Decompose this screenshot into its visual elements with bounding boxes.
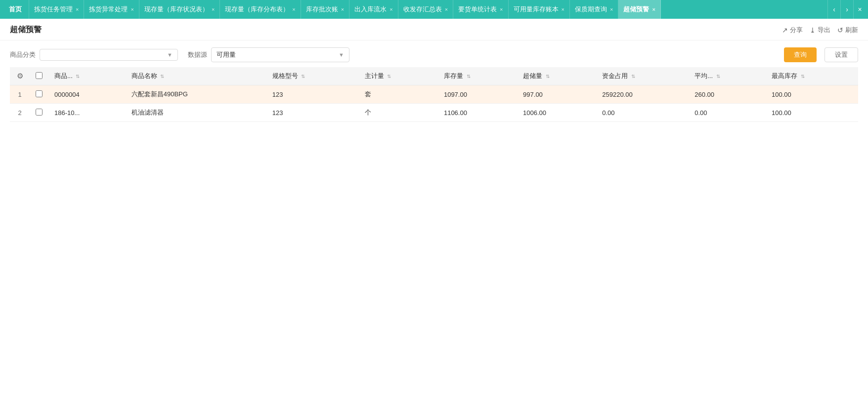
row-num-0: 1	[10, 85, 30, 104]
sort-icon-product-code: ⇅	[76, 74, 80, 79]
cell-max-stock-1: 100.00	[766, 104, 858, 122]
table-body: 1 0000004 六配套新昌490BPG 123 套 1097.00 997.…	[10, 85, 858, 122]
close-tab-9[interactable]: ×	[610, 6, 613, 12]
refresh-button[interactable]: ↺ 刷新	[837, 26, 858, 35]
filter-bar: 商品分类 ▼ 数据源 可用量 ▼ 查询 设置	[0, 40, 868, 67]
cell-product-name-1: 机油滤清器	[126, 104, 266, 122]
sort-icon-overstock: ⇅	[546, 74, 550, 79]
data-source-value: 可用量	[217, 50, 236, 59]
sort-icon-capital: ⇅	[631, 74, 635, 79]
table-row: 2 186-10... 机油滤清器 123 个 1106.00 1006.00 …	[10, 104, 858, 122]
data-table: ⚙ 商品... ⇅ 商品名称 ⇅ 规格型号 ⇅	[10, 67, 858, 122]
close-tab-1[interactable]: ×	[130, 6, 133, 12]
nav-bar: 首页 拣货任务管理 × 拣货异常处理 × 现存量（库存状况表） × 现存量（库存…	[0, 0, 868, 19]
export-button[interactable]: ⤓ 导出	[810, 26, 830, 35]
nav-tab-9[interactable]: 保质期查询 ×	[570, 0, 618, 19]
share-button[interactable]: ↗ 分享	[782, 26, 803, 35]
nav-tab-8[interactable]: 可用量库存账本 ×	[509, 0, 570, 19]
close-tab-8[interactable]: ×	[562, 6, 564, 12]
cell-max-stock-0: 100.00	[766, 85, 858, 104]
close-tab-4[interactable]: ×	[341, 6, 344, 12]
col-product-code-header[interactable]: 商品... ⇅	[48, 67, 126, 85]
page-content: 超储预警 ↗ 分享 ⤓ 导出 ↺ 刷新 商品分类 ▼ 数据源	[0, 19, 868, 395]
cell-spec-0: 123	[266, 85, 359, 104]
row-num-1: 2	[10, 104, 30, 122]
header-actions: ↗ 分享 ⤓ 导出 ↺ 刷新	[782, 26, 858, 35]
cell-spec-1: 123	[266, 104, 359, 122]
data-source-filter: 数据源 可用量 ▼	[188, 47, 349, 62]
sort-icon-stock: ⇅	[467, 74, 471, 79]
share-icon: ↗	[782, 26, 788, 34]
share-label: 分享	[790, 26, 803, 35]
close-tab-7[interactable]: ×	[500, 6, 503, 12]
sort-icon-unit: ⇅	[387, 74, 391, 79]
cell-avg-1: 0.00	[689, 104, 766, 122]
settings-button[interactable]: 设置	[825, 47, 858, 62]
data-source-label: 数据源	[188, 50, 207, 59]
col-overstock-header[interactable]: 超储量 ⇅	[517, 67, 596, 85]
row-select-1[interactable]	[36, 109, 43, 116]
query-button[interactable]: 查询	[784, 47, 817, 62]
nav-tab-3[interactable]: 现存量（库存分布表） ×	[220, 0, 301, 19]
select-all-checkbox[interactable]	[36, 72, 43, 79]
nav-tab-1[interactable]: 拣货异常处理 ×	[84, 0, 139, 19]
col-stock-header[interactable]: 库存量 ⇅	[438, 67, 517, 85]
row-checkbox-0	[30, 85, 48, 104]
close-tab-0[interactable]: ×	[76, 6, 79, 12]
sort-icon-product-name: ⇅	[160, 74, 164, 79]
nav-tab-4[interactable]: 库存批次账 ×	[301, 0, 349, 19]
nav-tab-2[interactable]: 现存量（库存状况表） ×	[139, 0, 220, 19]
col-spec-header[interactable]: 规格型号 ⇅	[266, 67, 359, 85]
nav-tab-5[interactable]: 出入库流水 ×	[349, 0, 398, 19]
product-category-label: 商品分类	[10, 50, 36, 59]
close-tab-2[interactable]: ×	[212, 6, 215, 12]
nav-tab-6[interactable]: 收发存汇总表 ×	[398, 0, 453, 19]
product-category-filter: 商品分类 ▼	[10, 49, 178, 61]
cell-overstock-0: 997.00	[517, 85, 596, 104]
table-row: 1 0000004 六配套新昌490BPG 123 套 1097.00 997.…	[10, 85, 858, 104]
nav-prev-button[interactable]: ‹	[827, 0, 840, 19]
close-tab-6[interactable]: ×	[445, 6, 448, 12]
cell-product-code-1: 186-10...	[48, 104, 126, 122]
close-tab-10[interactable]: ×	[652, 6, 655, 12]
table-container: ⚙ 商品... ⇅ 商品名称 ⇅ 规格型号 ⇅	[0, 67, 868, 122]
data-source-select[interactable]: 可用量 ▼	[211, 47, 349, 62]
export-icon: ⤓	[810, 26, 816, 34]
col-capital-header[interactable]: 资金占用 ⇅	[596, 67, 689, 85]
cell-avg-0: 260.00	[689, 85, 766, 104]
nav-tab-7[interactable]: 要货单统计表 ×	[453, 0, 508, 19]
col-checkbox-header	[30, 67, 48, 85]
close-tab-3[interactable]: ×	[292, 6, 295, 12]
cell-stock-0: 1097.00	[438, 85, 517, 104]
nav-close-button[interactable]: ×	[853, 0, 866, 19]
export-label: 导出	[818, 26, 830, 35]
nav-home[interactable]: 首页	[2, 0, 29, 19]
col-product-name-header[interactable]: 商品名称 ⇅	[126, 67, 266, 85]
cell-unit-0: 套	[359, 85, 438, 104]
col-avg-header[interactable]: 平均... ⇅	[689, 67, 766, 85]
gear-icon[interactable]: ⚙	[17, 72, 23, 80]
cell-product-name-0: 六配套新昌490BPG	[126, 85, 266, 104]
filter-buttons: 查询 设置	[784, 47, 858, 62]
page-title: 超储预警	[10, 25, 42, 35]
sort-icon-max-stock: ⇅	[801, 74, 805, 79]
sort-icon-avg: ⇅	[716, 74, 720, 79]
nav-arrows: ‹ › ×	[827, 0, 866, 19]
page-header: 超储预警 ↗ 分享 ⤓ 导出 ↺ 刷新	[0, 19, 868, 40]
cell-capital-1: 0.00	[596, 104, 689, 122]
cell-unit-1: 个	[359, 104, 438, 122]
product-category-select[interactable]: ▼	[40, 49, 178, 61]
col-unit-header[interactable]: 主计量 ⇅	[359, 67, 438, 85]
cell-product-code-0: 0000004	[48, 85, 126, 104]
nav-tab-0[interactable]: 拣货任务管理 ×	[29, 0, 84, 19]
row-select-0[interactable]	[36, 90, 43, 97]
col-max-stock-header[interactable]: 最高库存 ⇅	[766, 67, 858, 85]
table-header-row: ⚙ 商品... ⇅ 商品名称 ⇅ 规格型号 ⇅	[10, 67, 858, 85]
product-category-chevron-icon: ▼	[167, 52, 173, 58]
refresh-icon: ↺	[837, 26, 843, 34]
nav-tab-10[interactable]: 超储预警 ×	[618, 0, 660, 19]
nav-next-button[interactable]: ›	[840, 0, 853, 19]
close-tab-5[interactable]: ×	[390, 6, 392, 12]
data-source-chevron-icon: ▼	[339, 52, 344, 58]
sort-icon-spec: ⇅	[301, 74, 305, 79]
